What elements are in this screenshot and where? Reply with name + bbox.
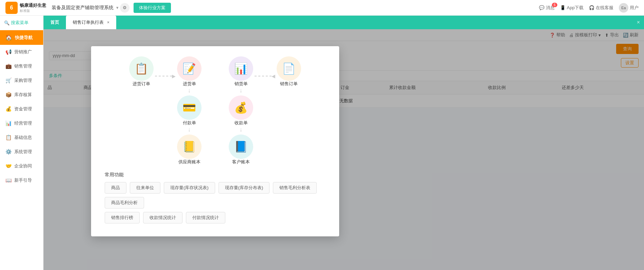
flow-node-sales-bill[interactable]: 📊 销货单 <box>229 56 253 87</box>
purchase-order-icon: 📋 <box>129 56 154 81</box>
modal-overlay: 📋 进货订单 ▶ <box>43 29 644 270</box>
flow-row-2: 💳 付款单 💰 收款单 <box>105 95 326 126</box>
flow-node-sales-order[interactable]: 📄 销售订单 <box>277 56 301 87</box>
scroll-right-arrow[interactable]: ▶ <box>333 236 336 237</box>
btn-partner[interactable]: 往来单位 <box>130 182 160 194</box>
supplier-ledger-icon: 📒 <box>177 134 202 159</box>
message-button[interactable]: 💬 消息 6 <box>539 5 555 11</box>
common-functions-section: 常用功能 商品 往来单位 现存量(库存状况表) 现存量(库存分布表) 销售毛利分… <box>105 172 326 223</box>
flow-node-payment[interactable]: 💳 付款单 <box>177 95 202 126</box>
btn-stock-dist[interactable]: 现存量(库存分布表) <box>219 182 270 194</box>
sidebar-item-basic-info[interactable]: 📋 基础信息 <box>0 130 43 145</box>
tab-home[interactable]: 首页 <box>43 16 66 29</box>
sidebar: 🔍 搜索菜单 🏠 快捷导航 📢 营销推广 💼 销售管理 🛒 采购管理 <box>0 16 43 270</box>
system-icon: ⚙️ <box>5 149 12 155</box>
app-download-button[interactable]: 📱 App下载 <box>560 5 584 11</box>
sidebar-item-sales[interactable]: 💼 销售管理 <box>0 59 43 73</box>
arrow-purchase: ▶ <box>155 73 176 79</box>
inventory-icon: 📦 <box>5 92 12 98</box>
flow-row-1: 📋 进货订单 ▶ <box>105 56 326 87</box>
flow-node-supplier-ledger[interactable]: 📒 供应商账本 <box>177 134 202 165</box>
enterprise-icon: 🤝 <box>5 163 12 169</box>
btn-product[interactable]: 商品 <box>105 182 126 194</box>
customer-ledger-icon: 📘 <box>229 134 253 159</box>
top-bar: 6 畅康通好生意 标准版 装备及固定资产辅助管理系统 ▾ ⚙ 体验行业方案 💬 … <box>0 0 644 16</box>
sidebar-item-system[interactable]: ⚙️ 系统管理 <box>0 145 43 159</box>
btn-stock-status[interactable]: 现存量(库存状况表) <box>164 182 215 194</box>
top-right: 💬 消息 6 📱 App下载 🎧 在线客服 Ea 用户 <box>539 3 639 13</box>
close-all-tabs-button[interactable]: × <box>633 19 644 25</box>
operations-icon: 📊 <box>5 120 12 126</box>
scroll-left-arrow[interactable]: ◀ <box>94 236 97 237</box>
purchase-bill-icon: 📝 <box>177 56 202 81</box>
user-menu[interactable]: Ea 用户 <box>619 3 639 13</box>
logo-icon: 6 <box>5 2 18 14</box>
purchase-icon: 🛒 <box>5 77 12 84</box>
sidebar-item-finance[interactable]: 💰 资金管理 <box>0 102 43 116</box>
search-menu-button[interactable]: 🔍 搜索菜单 <box>3 18 40 27</box>
message-icon: 💬 <box>539 5 544 10</box>
sales-bill-icon: 📊 <box>229 56 253 81</box>
sidebar-item-operations[interactable]: 📊 经营管理 <box>0 116 43 130</box>
common-buttons-row2: 销售排行榜 收款情况统计 付款情况统计 <box>105 212 326 223</box>
logo-area: 6 畅康通好生意 标准版 <box>5 2 46 14</box>
system-dropdown-icon[interactable]: ▾ <box>116 5 119 10</box>
btn-payment-stats[interactable]: 付款情况统计 <box>186 212 225 223</box>
sales-order-icon: 📄 <box>277 56 301 81</box>
sidebar-item-guide[interactable]: 📖 新手引导 <box>0 173 43 187</box>
btn-sales-ranking[interactable]: 销售排行榜 <box>105 212 140 223</box>
main-area: 🔍 搜索菜单 🏠 快捷导航 📢 营销推广 💼 销售管理 🛒 采购管理 <box>0 16 644 270</box>
settings-button[interactable]: ⚙ <box>120 3 129 13</box>
flow-chart: 📋 进货订单 ▶ <box>105 56 326 165</box>
finance-icon: 💰 <box>5 106 12 112</box>
sidebar-item-purchase[interactable]: 🛒 采购管理 <box>0 73 43 88</box>
content-area: 首页 销售订单执行表 × × ❓ 帮助 <box>43 16 644 270</box>
receipt-icon: 💰 <box>229 95 253 120</box>
search-area: 🔍 搜索菜单 <box>0 16 43 30</box>
flow-arrows-down: ↓ ↓ <box>105 87 326 94</box>
common-buttons: 商品 往来单位 现存量(库存状况表) 现存量(库存分布表) 销售毛利分析表 商品… <box>105 182 326 209</box>
flow-node-purchase-bill[interactable]: 📝 进货单 <box>177 56 202 87</box>
search-icon: 🔍 <box>4 20 10 25</box>
download-icon: 📱 <box>560 5 565 10</box>
avatar: Ea <box>619 3 628 13</box>
flow-node-purchase-order[interactable]: 📋 进货订单 <box>129 56 154 87</box>
btn-product-profit[interactable]: 商品毛利分析 <box>105 197 144 209</box>
system-name: 装备及固定资产辅助管理系统 <box>52 5 114 11</box>
logo-text: 畅康通好生意 标准版 <box>20 2 46 13</box>
content-body: ❓ 帮助 🖨 按模板打印 ▾ ⬆ 导出 🔄 <box>43 29 644 270</box>
sidebar-item-marketing[interactable]: 📢 营销推广 <box>0 45 43 59</box>
modal-dialog: 📋 进货订单 ▶ <box>91 46 339 236</box>
common-title: 常用功能 <box>105 172 326 178</box>
online-service-button[interactable]: 🎧 在线客服 <box>589 5 613 11</box>
modal-content: 📋 进货订单 ▶ <box>91 46 339 234</box>
flow-node-receipt[interactable]: 💰 收款单 <box>229 95 253 126</box>
sidebar-item-quick-nav[interactable]: 🏠 快捷导航 <box>0 30 43 45</box>
flow-row-3: 📒 供应商账本 📘 客户账本 <box>105 134 326 165</box>
flow-arrows-down-2: ↓ ↓ <box>105 126 326 133</box>
sidebar-item-inventory[interactable]: 📦 库存核算 <box>0 88 43 102</box>
btn-receipt-stats[interactable]: 收款情况统计 <box>143 212 182 223</box>
arrow-sales: ◀ <box>255 73 275 79</box>
btn-sales-profit[interactable]: 销售毛利分析表 <box>273 182 317 194</box>
sales-icon: 💼 <box>5 63 12 69</box>
headset-icon: 🎧 <box>589 5 594 10</box>
basicinfo-icon: 📋 <box>5 134 12 141</box>
marketing-icon: 📢 <box>5 49 12 55</box>
guide-icon: 📖 <box>5 177 12 183</box>
app-container: 6 畅康通好生意 标准版 装备及固定资产辅助管理系统 ▾ ⚙ 体验行业方案 💬 … <box>0 0 644 270</box>
tab-close-icon[interactable]: × <box>107 20 109 25</box>
experience-button[interactable]: 体验行业方案 <box>134 3 171 13</box>
tab-sales-order[interactable]: 销售订单执行表 × <box>66 16 116 29</box>
sidebar-item-enterprise[interactable]: 🤝 企业协同 <box>0 159 43 173</box>
tab-bar: 首页 销售订单执行表 × × <box>43 16 644 29</box>
flow-node-customer-ledger[interactable]: 📘 客户账本 <box>229 134 253 165</box>
payment-icon: 💳 <box>177 95 202 120</box>
home-icon: 🏠 <box>5 34 12 41</box>
